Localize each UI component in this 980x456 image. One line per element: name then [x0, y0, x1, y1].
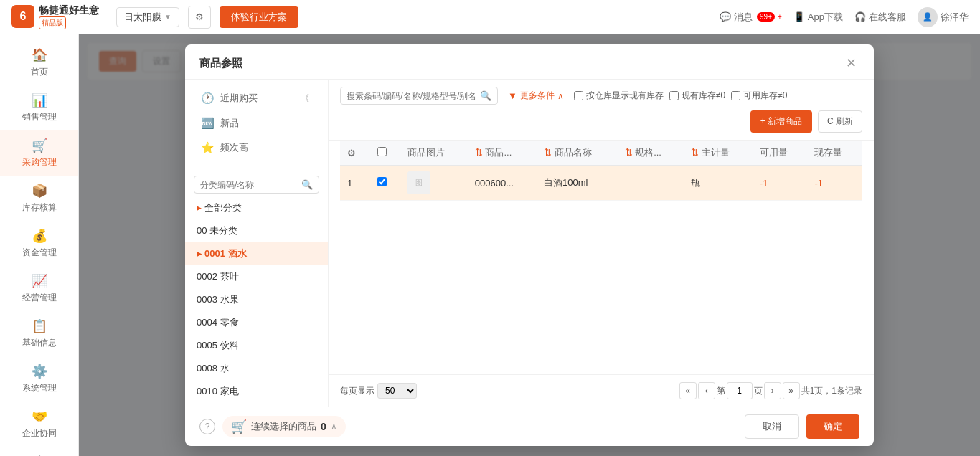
col-spec[interactable]: ⇅ 规格... — [618, 141, 684, 166]
frequent-btn[interactable]: ⭐ 频次高 — [194, 137, 319, 158]
checkbox-available-nonzero[interactable]: 可用库存≠0 — [731, 90, 787, 102]
toolbar: 🔍 ▼ 更多条件 ∧ 按仓库显示现有库存 — [329, 80, 874, 141]
category-search-input[interactable] — [200, 180, 298, 190]
cat-beverages[interactable]: 0005 饮料 — [185, 334, 328, 357]
chevron-down-icon: ▼ — [164, 13, 171, 21]
sidebar-item-purchase[interactable]: 🛒 采购管理 — [0, 130, 78, 176]
product-search-wrap[interactable]: 🔍 — [340, 87, 498, 105]
operations-icon: 📈 — [32, 273, 47, 289]
cat-liquor[interactable]: ▶ 0001 酒水 — [185, 242, 328, 265]
next-page-btn[interactable]: › — [764, 382, 781, 399]
cat-snacks[interactable]: 0004 零食 — [185, 311, 328, 334]
cat-all[interactable]: ▶ 全部分类 — [185, 196, 328, 219]
sidebar-item-sales[interactable]: 📊 销售管理 — [0, 85, 78, 130]
page-input[interactable] — [727, 382, 753, 399]
app-download-nav[interactable]: 📱 App下载 — [793, 11, 843, 24]
table-row[interactable]: 1 图 000600... 白酒100ml 瓶 -1 — [340, 166, 862, 201]
sidebar-item-system[interactable]: ⚙️ 系统管理 — [0, 356, 78, 402]
sort-icon4: ⇅ — [691, 147, 699, 158]
online-service-nav[interactable]: 🎧 在线客服 — [854, 11, 906, 24]
settings-button[interactable]: ⚙ — [188, 6, 211, 29]
category-list: ▶ 全部分类 00 未分类 ▶ 0001 酒水 0002 茶叶 — [185, 196, 328, 407]
message-badge: 99+ — [757, 12, 775, 22]
checkbox-stock-nonzero[interactable]: 现有库存≠0 — [669, 90, 725, 102]
refresh-button[interactable]: C 刷新 — [818, 110, 862, 133]
sort-icon2: ⇅ — [544, 147, 552, 158]
sidebar-item-inventory[interactable]: 📦 库存核算 — [0, 176, 78, 221]
last-page-btn[interactable]: » — [783, 382, 800, 399]
modal-footer: ? 🛒 连续选择的商品 0 ∧ 取消 确定 — [185, 407, 874, 446]
row-stock: -1 — [807, 166, 862, 201]
category-search-box[interactable]: 🔍 — [194, 176, 319, 194]
select-all-checkbox[interactable] — [377, 147, 387, 156]
recent-purchase-btn[interactable]: 🕐 近期购买 《 — [194, 87, 319, 110]
filter-icon: ▼ — [508, 90, 517, 101]
app-name: 畅捷通好生意 — [39, 4, 99, 16]
row-unit: 瓶 — [684, 166, 753, 201]
product-search-icon[interactable]: 🔍 — [480, 90, 491, 101]
cart-area[interactable]: 🛒 连续选择的商品 0 ∧ — [222, 416, 346, 437]
trial-button[interactable]: 体验行业方案 — [220, 6, 298, 28]
row-image: 图 — [400, 166, 467, 201]
category-search-icon[interactable]: 🔍 — [301, 179, 313, 190]
enterprise-icon: 🤝 — [32, 409, 47, 424]
sidebar: 🏠 首页 📊 销售管理 🛒 采购管理 📦 库存核算 💰 资金管理 📈 经营管理 … — [0, 34, 79, 456]
user-nav[interactable]: 👤 徐泽华 — [918, 7, 969, 27]
product-search-input[interactable] — [347, 91, 477, 101]
row-num: 1 — [340, 166, 370, 201]
cat-tea[interactable]: 0002 茶叶 — [185, 265, 328, 288]
col-code[interactable]: ⇅ 商品... — [468, 141, 537, 166]
sidebar-item-home[interactable]: 🏠 首页 — [0, 40, 78, 85]
col-image: 商品图片 — [400, 141, 467, 166]
cancel-button[interactable]: 取消 — [745, 414, 799, 439]
store-selector[interactable]: 日太阳膜 ▼ — [116, 7, 179, 27]
row-checkbox[interactable] — [370, 166, 401, 201]
cart-toggle-icon[interactable]: ∧ — [331, 422, 337, 432]
add-product-button[interactable]: + 新增商品 — [750, 110, 812, 133]
cat-fruit[interactable]: 0003 水果 — [185, 288, 328, 311]
col-unit[interactable]: ⇅ 主计量 — [684, 141, 753, 166]
modal-close-button[interactable]: ✕ — [842, 54, 859, 72]
help-button[interactable]: ? — [199, 419, 215, 434]
cat-appliances[interactable]: 0010 家电 — [185, 380, 328, 403]
avatar: 👤 — [918, 7, 938, 27]
collapse-icon[interactable]: 《 — [298, 91, 312, 105]
first-page-btn[interactable]: « — [679, 382, 697, 399]
prev-page-btn[interactable]: ‹ — [698, 382, 715, 399]
sidebar-item-basic-info[interactable]: 📋 基础信息 — [0, 311, 78, 356]
checkbox-by-warehouse[interactable]: 按仓库显示现有库存 — [574, 90, 664, 102]
modal-header: 商品参照 ✕ — [185, 44, 874, 80]
by-warehouse-checkbox[interactable] — [574, 91, 583, 100]
page-size-select: 每页显示 50 10 20 100 — [340, 383, 417, 399]
confirm-button[interactable]: 确定 — [806, 414, 859, 439]
sidebar-item-guide[interactable]: 🎓 新手引导 — [0, 447, 78, 456]
col-available: 可用量 — [753, 141, 808, 166]
user-icon: 👤 — [923, 12, 933, 22]
filter-button[interactable]: ▼ 更多条件 ∧ — [504, 87, 568, 105]
sidebar-item-enterprise[interactable]: 🤝 企业协同 — [0, 402, 78, 447]
new-products-btn[interactable]: 🆕 新品 — [194, 113, 319, 134]
logo-icon: 6 — [11, 5, 34, 28]
content-area: 查询 设置 刷新 商品参照 ✕ 🕐 近期购买 — [79, 34, 980, 456]
stock-nonzero-checkbox[interactable] — [669, 91, 679, 100]
table-header-row: ⚙ 商品图片 ⇅ 商品... ⇅ 商品名称 ⇅ 规格... ⇅ 主计量 可用量 … — [340, 141, 862, 166]
product-table: ⚙ 商品图片 ⇅ 商品... ⇅ 商品名称 ⇅ 规格... ⇅ 主计量 可用量 … — [340, 141, 862, 201]
sales-icon: 📊 — [32, 92, 47, 108]
cat-water[interactable]: 0008 水 — [185, 357, 328, 380]
sidebar-item-operations[interactable]: 📈 经营管理 — [0, 266, 78, 311]
modal-body: 🕐 近期购买 《 🆕 新品 ⭐ 频次高 — [185, 80, 874, 407]
sort-icon: ⇅ — [475, 147, 483, 158]
clock-icon: 🕐 — [201, 92, 215, 105]
col-name[interactable]: ⇅ 商品名称 — [537, 141, 617, 166]
pagination: 每页显示 50 10 20 100 « ‹ 第 — [329, 374, 874, 407]
sidebar-item-finance[interactable]: 💰 资金管理 — [0, 221, 78, 266]
triangle-active-icon: ▶ — [197, 250, 202, 257]
modal-title: 商品参照 — [199, 57, 242, 70]
cat-uncategorized[interactable]: 00 未分类 — [185, 219, 328, 242]
per-page-dropdown[interactable]: 50 10 20 100 — [377, 383, 417, 399]
col-settings[interactable]: ⚙ — [340, 141, 370, 166]
available-nonzero-checkbox[interactable] — [731, 91, 740, 100]
messages-nav[interactable]: 💬 消息 99+ + — [720, 11, 782, 24]
sort-icon3: ⇅ — [625, 147, 633, 158]
purchase-icon: 🛒 — [32, 138, 47, 153]
